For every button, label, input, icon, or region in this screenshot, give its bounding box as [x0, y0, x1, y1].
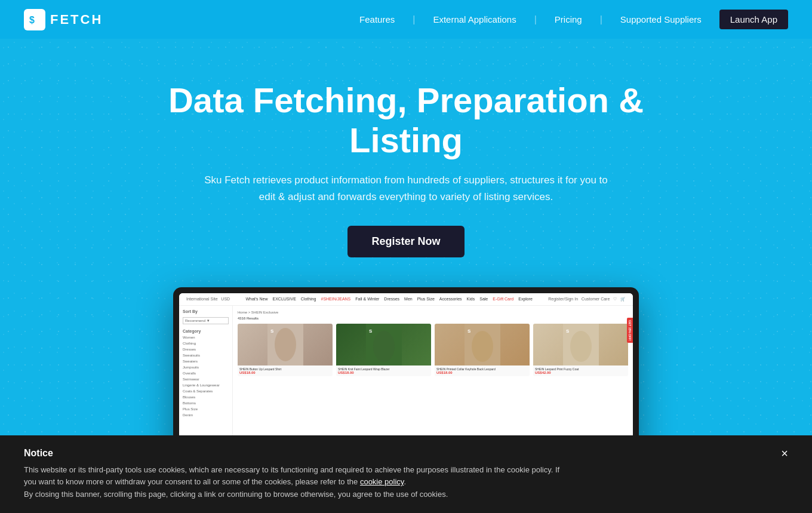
product-card-2: S SHEIN Knit Faint Leopard Wrap Blazer U… [336, 324, 431, 376]
product-card-4: S SHEIN Leopard Print Fuzzy Coat US$42.0… [533, 324, 628, 376]
cat-jumpsuits: Jumpsuits [183, 365, 229, 369]
cat-denim: Denim [183, 413, 229, 417]
cat-blouses: Blouses [183, 395, 229, 399]
product-grid: S SHEIN Button Up Leopard Shirt US$18.00 [238, 324, 628, 376]
product-info-4: SHEIN Leopard Print Fuzzy Coat US$42.00 [533, 365, 628, 376]
svg-point-12 [570, 331, 592, 362]
site-header-icons: Register/Sign In Customer Care ♡ 🛒 [548, 297, 626, 302]
hero-subtitle: Sku Fetch retrieves product information … [203, 172, 609, 204]
nav-sep-3: | [600, 14, 602, 24]
cat-swimwear: Swimwear [183, 377, 229, 381]
svg-text:S: S [270, 328, 274, 334]
cookie-banner: Notice × This website or its third-party… [0, 435, 812, 513]
logo-link[interactable]: $ FETCH [24, 9, 103, 30]
svg-text:S: S [566, 328, 570, 334]
product-img-2: S [336, 324, 431, 365]
cookie-header: Notice × [24, 447, 788, 459]
cat-sweatsuits: Sweatsuits [183, 354, 229, 357]
cat-lingerie: Lingerie & Loungewear [183, 383, 229, 387]
site-intl-label: International Site USD [186, 297, 230, 301]
site-nav: What's New EXCLUSIVE Clothing #SHEIN/JEA… [245, 297, 533, 301]
navbar: $ FETCH Features | External Applications… [0, 0, 812, 39]
product-img-4: S [533, 324, 628, 365]
product-info-3: SHEIN Printed Collar Keyhole Back Leopar… [435, 365, 530, 376]
cat-bottoms: Bottoms [183, 401, 229, 405]
breadcrumb-path: Home > SHEIN Exclusive [238, 311, 628, 314]
site-nav-accessories: Accessories [439, 297, 462, 301]
cookie-body-text3: By closing this banner, scrolling this p… [24, 490, 448, 499]
hero-title: Data Fetching, Preparation & Listing [137, 81, 675, 160]
nav-features[interactable]: Features [359, 14, 395, 24]
nav-external-applications[interactable]: External Applications [433, 14, 516, 24]
cat-dresses: Dresses [183, 348, 229, 351]
site-nav-explore: Explore [518, 297, 533, 301]
nav-sep-1: | [413, 14, 415, 24]
product-price-3: US$18.00 [436, 371, 528, 374]
category-label: Category [183, 329, 229, 333]
product-info-2: SHEIN Knit Faint Leopard Wrap Blazer US$… [336, 365, 431, 376]
svg-point-6 [373, 331, 395, 362]
logo-icon: $ [24, 9, 45, 30]
site-nav-shein: #SHEIN/JEANS [321, 297, 351, 301]
site-nav-men: Men [404, 297, 413, 301]
cookie-body-text: This website or its third-party tools us… [24, 465, 559, 487]
cookie-title: Notice [24, 448, 53, 459]
svg-point-3 [275, 328, 296, 361]
nav-launch-app[interactable]: Launch App [719, 10, 788, 29]
nav-pricing[interactable]: Pricing [555, 14, 582, 24]
cookie-policy-link[interactable]: cookie policy [360, 477, 404, 486]
sort-by-label: Sort By [183, 309, 229, 314]
product-img-1: S [238, 324, 333, 365]
nav-supported-suppliers[interactable]: Supported Suppliers [620, 14, 702, 24]
register-button[interactable]: Register Now [347, 226, 464, 257]
site-nav-kids: Kids [467, 297, 475, 301]
product-price-1: US$18.00 [239, 371, 331, 374]
product-price-2: US$18.00 [338, 371, 429, 374]
cat-clothing: Clothing [183, 342, 229, 345]
product-info-1: SHEIN Button Up Leopard Shirt US$18.00 [238, 365, 333, 376]
nav-links: Features | External Applications | Prici… [359, 14, 788, 25]
product-img-3: S [435, 324, 530, 365]
site-nav-sale: Sale [479, 297, 488, 301]
cookie-close-button[interactable]: × [781, 447, 788, 459]
cat-plus: Plus Size [183, 407, 229, 411]
cat-women: Women [183, 336, 229, 339]
site-nav-fall: Fall & Winter [355, 297, 379, 301]
svg-text:S: S [467, 328, 471, 334]
cat-sweaters: Sweaters [183, 360, 229, 363]
result-count: 4316 Results [238, 317, 628, 320]
site-nav-plus: Plus Size [417, 297, 435, 301]
nav-sep-2: | [534, 14, 537, 24]
site-nav-exclusive: EXCLUSIVE [273, 297, 296, 301]
side-promo-banner: GET 15% OFF! [627, 318, 633, 343]
site-nav-clothing: Clothing [301, 297, 316, 301]
product-card-1: S SHEIN Button Up Leopard Shirt US$18.00 [238, 324, 333, 376]
product-price-4: US$42.00 [535, 371, 626, 374]
svg-text:S: S [369, 328, 373, 334]
logo-text: FETCH [50, 12, 103, 27]
cat-overalls: Overalls [183, 371, 229, 375]
site-nav-new: What's New [245, 297, 267, 301]
cookie-body: This website or its third-party tools us… [24, 464, 561, 501]
cookie-body-text2: . [404, 477, 406, 486]
sort-select: Recommend ▼ [183, 317, 229, 324]
site-nav-gift: E-Gift Card [493, 297, 513, 301]
site-header: International Site USD What's New EXCLUS… [179, 293, 633, 306]
svg-text:$: $ [29, 15, 35, 25]
svg-point-9 [472, 331, 493, 362]
cat-coats: Coats & Separates [183, 389, 229, 393]
site-nav-dresses: Dresses [384, 297, 399, 301]
product-card-3: S SHEIN Printed Collar Keyhole Back Leop… [435, 324, 530, 376]
